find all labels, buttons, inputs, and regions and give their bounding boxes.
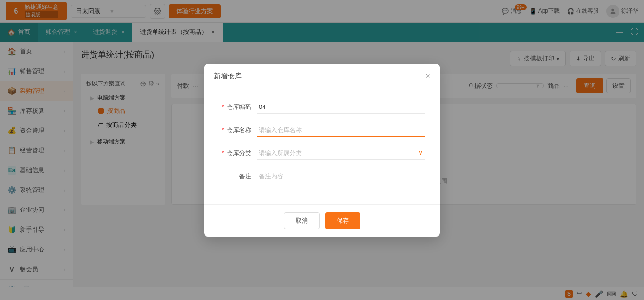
modal-body: * 仓库编码 * 仓库名称 * bbox=[204, 89, 440, 204]
code-input-wrap bbox=[257, 100, 425, 114]
warehouse-code-input[interactable] bbox=[257, 100, 425, 114]
modal-overlay[interactable]: 新增仓库 × * 仓库编码 * 仓库名称 bbox=[0, 0, 644, 300]
form-group-remark: 备注 bbox=[219, 170, 425, 183]
modal-footer: 取消 保存 bbox=[204, 204, 440, 237]
form-group-code: * 仓库编码 bbox=[219, 100, 425, 114]
chevron-down-icon[interactable]: ∨ bbox=[416, 149, 425, 157]
required-star: * bbox=[222, 150, 224, 157]
remark-label: 备注 bbox=[219, 172, 257, 181]
required-star: * bbox=[222, 103, 224, 110]
name-input-wrap bbox=[257, 124, 425, 137]
cancel-button[interactable]: 取消 bbox=[284, 212, 320, 229]
modal-header: 新增仓库 × bbox=[204, 64, 440, 89]
remark-input-wrap bbox=[257, 170, 425, 183]
warehouse-name-input[interactable] bbox=[257, 124, 425, 137]
category-input-wrap: ∨ bbox=[257, 147, 425, 160]
form-group-category: * 仓库分类 ∨ bbox=[219, 147, 425, 160]
modal-close-button[interactable]: × bbox=[425, 71, 430, 81]
form-group-name: * 仓库名称 bbox=[219, 124, 425, 137]
warehouse-remark-input[interactable] bbox=[257, 170, 425, 183]
save-button[interactable]: 保存 bbox=[325, 212, 360, 229]
required-star: * bbox=[222, 126, 224, 133]
category-select[interactable]: ∨ bbox=[257, 147, 425, 160]
code-label: * 仓库编码 bbox=[219, 103, 257, 111]
category-select-input[interactable] bbox=[257, 147, 416, 159]
name-label: * 仓库名称 bbox=[219, 126, 257, 134]
modal-title: 新增仓库 bbox=[214, 72, 242, 81]
new-warehouse-modal: 新增仓库 × * 仓库编码 * 仓库名称 bbox=[204, 64, 440, 237]
category-label: * 仓库分类 bbox=[219, 149, 257, 158]
